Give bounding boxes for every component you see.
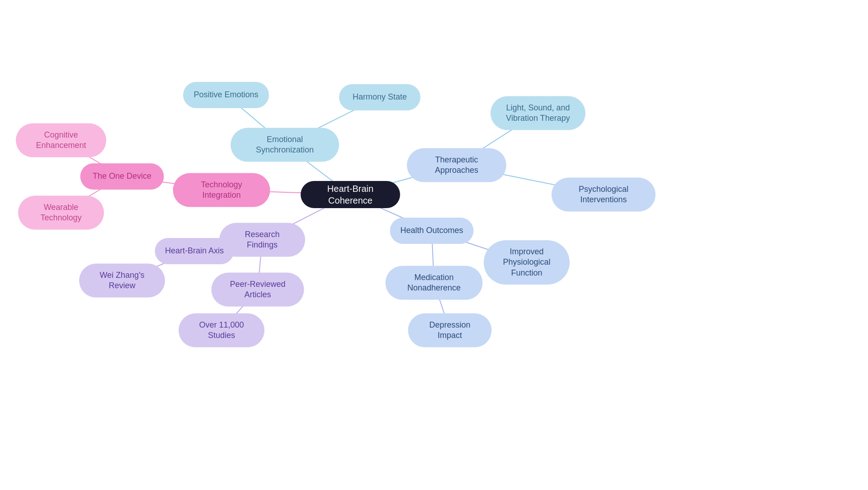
node-cognitive-enhancement[interactable]: Cognitive Enhancement (16, 124, 106, 157)
node-emotional-sync[interactable]: Emotional Synchronization (231, 128, 339, 162)
node-the-one-device[interactable]: The One Device (80, 163, 164, 190)
node-heart-brain-axis[interactable]: Heart-Brain Axis (155, 238, 234, 264)
node-therapeutic-approaches[interactable]: Therapeutic Approaches (407, 148, 506, 182)
node-psych-interventions[interactable]: Psychological Interventions (552, 178, 656, 212)
center-node[interactable]: Heart-Brain Coherence (301, 181, 400, 208)
node-medication-nonadherence[interactable]: Medication Nonadherence (386, 266, 483, 300)
node-light-sound-vibration[interactable]: Light, Sound, and Vibration Therapy (491, 96, 585, 130)
node-tech-integration[interactable]: Technology Integration (173, 173, 270, 207)
mindmap-container: Heart-Brain CoherenceEmotional Synchroni… (0, 0, 868, 490)
node-over-11000[interactable]: Over 11,000 Studies (179, 314, 264, 347)
node-depression-impact[interactable]: Depression Impact (408, 314, 492, 347)
node-health-outcomes[interactable]: Health Outcomes (390, 218, 474, 244)
connections-svg (0, 0, 868, 490)
node-harmony-state[interactable]: Harmony State (339, 84, 420, 110)
node-wearable-tech[interactable]: Wearable Technology (18, 196, 104, 230)
node-peer-reviewed[interactable]: Peer-Reviewed Articles (212, 273, 304, 307)
node-positive-emotions[interactable]: Positive Emotions (183, 82, 269, 108)
node-wei-zhang[interactable]: Wei Zhang's Review (79, 264, 165, 298)
node-improved-physio[interactable]: Improved Physiological Function (484, 240, 570, 285)
